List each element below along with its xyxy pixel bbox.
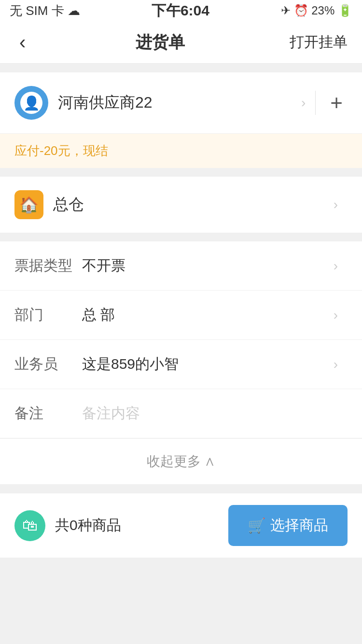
select-product-icon: 🛒 bbox=[248, 517, 265, 534]
section-gap-1 bbox=[0, 64, 362, 72]
person-icon: 👤 bbox=[23, 95, 40, 111]
invoice-type-chevron-icon: › bbox=[334, 258, 338, 274]
invoice-type-row[interactable]: 票据类型 不开票 › bbox=[0, 241, 362, 291]
department-row[interactable]: 部门 总 部 › bbox=[0, 291, 362, 340]
status-time: 下午6:04 bbox=[152, 1, 209, 21]
notice-bar: 应付-20元，现结 bbox=[0, 134, 362, 168]
section-gap-2 bbox=[0, 168, 362, 177]
bag-emoji: 🛍 bbox=[22, 517, 38, 534]
status-left: 无 SIM 卡 ☁ bbox=[10, 2, 80, 19]
page-title: 进货单 bbox=[136, 31, 185, 54]
salesperson-chevron-icon: › bbox=[334, 357, 338, 372]
form-section: 票据类型 不开票 › 部门 总 部 › 业务员 这是859的小智 › 备注 备注… bbox=[0, 241, 362, 484]
supplier-row[interactable]: 👤 河南供应商22 › + bbox=[0, 72, 362, 134]
sim-status: 无 SIM 卡 ☁ bbox=[10, 2, 80, 19]
department-value: 总 部 bbox=[77, 305, 334, 325]
warehouse-chevron-icon: › bbox=[334, 197, 338, 212]
supplier-section: 👤 河南供应商22 › + 应付-20元，现结 bbox=[0, 72, 362, 168]
invoice-type-label: 票据类型 bbox=[14, 256, 77, 276]
vertical-divider bbox=[315, 91, 316, 115]
remark-label: 备注 bbox=[14, 404, 77, 423]
open-pending-button[interactable]: 打开挂单 bbox=[290, 32, 348, 52]
warehouse-section: 🏠 总仓 › bbox=[0, 177, 362, 233]
battery-status: ✈ ⏰ 23% 🔋 bbox=[281, 4, 352, 17]
warehouse-name: 总仓 bbox=[53, 194, 334, 215]
salesperson-value: 这是859的小智 bbox=[77, 354, 334, 374]
collapse-row: 收起更多 ∧ bbox=[0, 438, 362, 484]
collapse-button[interactable]: 收起更多 ∧ bbox=[147, 454, 216, 469]
select-product-label: 选择商品 bbox=[270, 516, 328, 535]
remark-value[interactable]: 备注内容 bbox=[77, 404, 348, 423]
warehouse-emoji: 🏠 bbox=[19, 196, 39, 214]
bottom-bar: 🛍 共0种商品 🛒 选择商品 bbox=[0, 493, 362, 558]
product-count-text: 共0种商品 bbox=[55, 516, 228, 535]
supplier-avatar: 👤 bbox=[14, 86, 48, 120]
add-supplier-button[interactable]: + bbox=[325, 91, 348, 115]
department-chevron-icon: › bbox=[334, 308, 338, 323]
status-right: ✈ ⏰ 23% 🔋 bbox=[281, 4, 352, 17]
status-bar: 无 SIM 卡 ☁ 下午6:04 ✈ ⏰ 23% 🔋 bbox=[0, 0, 362, 21]
avatar-inner: 👤 bbox=[20, 92, 42, 114]
salesperson-label: 业务员 bbox=[14, 354, 77, 374]
product-bag-icon: 🛍 bbox=[14, 510, 45, 541]
invoice-type-value: 不开票 bbox=[77, 256, 334, 276]
remark-row[interactable]: 备注 备注内容 bbox=[0, 389, 362, 438]
warehouse-icon: 🏠 bbox=[14, 190, 43, 219]
back-button[interactable]: ‹ bbox=[14, 27, 30, 58]
nav-bar: ‹ 进货单 打开挂单 bbox=[0, 21, 362, 64]
page-container: 无 SIM 卡 ☁ 下午6:04 ✈ ⏰ 23% 🔋 ‹ 进货单 打开挂单 👤 … bbox=[0, 0, 362, 644]
chevron-right-icon: › bbox=[301, 95, 306, 111]
department-label: 部门 bbox=[14, 305, 77, 325]
warehouse-row[interactable]: 🏠 总仓 › bbox=[0, 177, 362, 233]
salesperson-row[interactable]: 业务员 这是859的小智 › bbox=[0, 340, 362, 389]
select-product-button[interactable]: 🛒 选择商品 bbox=[228, 505, 348, 546]
supplier-name: 河南供应商22 bbox=[58, 92, 301, 113]
